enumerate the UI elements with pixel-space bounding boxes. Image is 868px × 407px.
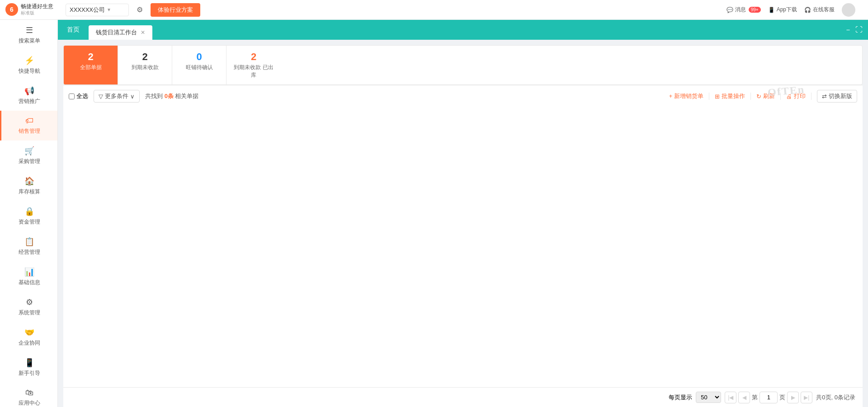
app-download-action[interactable]: 📱 App下载 [768,6,797,14]
base-info-icon: 📊 [24,267,34,277]
sidebar-item-purchase[interactable]: 🛒 采购管理 [0,140,57,171]
message-action[interactable]: 💬 消息 99+ [726,6,761,14]
stats-tabs: 2 全部单据 2 到期未收款 0 旺铺待确认 2 到期未收款 已出库 [63,45,863,85]
logo-area: 6 畅捷通好生意 标准版 [5,3,62,16]
inventory-icon: 🏠 [24,176,34,186]
found-count: 0条 [165,93,174,99]
tab-home[interactable]: 首页 [58,20,89,40]
toolbar-left: 全选 ▽ 更多条件 ∨ 共找到 0条 相关单据 [69,90,664,103]
settings-button[interactable]: ⚙ [132,3,147,17]
stats-tab-overdue[interactable]: 2 到期未收款 [118,46,172,84]
sales-icon: 🏷 [25,116,33,126]
sidebar-label-operations: 经营管理 [19,248,40,256]
sidebar-label-sales: 销售管理 [19,127,40,135]
tab-expand-button[interactable]: ⛶ [855,26,863,34]
more-filter-button[interactable]: ▽ 更多条件 ∨ [94,90,140,103]
stats-label-overdue: 到期未收款 [125,64,165,71]
select-all-label: 全选 [76,92,88,100]
batch-operation-button[interactable]: ⊞ 批量操作 [715,92,745,100]
switch-new-version-button[interactable]: ⇄ 切换新版 [817,90,857,103]
sidebar-item-app-center[interactable]: 🛍 应用中心 [0,383,57,407]
select-all-input[interactable] [69,94,75,99]
logo-text-area: 畅捷通好生意 标准版 [21,3,53,16]
page-prev-button[interactable]: ◀ [738,392,750,403]
sidebar-label-quick-nav: 快捷导航 [19,67,40,75]
table-area [63,107,863,387]
add-sales-order-button[interactable]: + 新增销货单 [669,92,703,100]
marketing-icon: 📢 [24,86,34,96]
sidebar-label-inventory: 库存核算 [19,188,40,196]
page-first-button[interactable]: |◀ [725,392,736,403]
headset-icon: 🎧 [804,7,811,13]
page-next-button[interactable]: ▶ [787,392,799,403]
main-layout: ☰ 搜索菜单 ⚡ 快捷导航 📢 营销推广 🏷 销售管理 🛒 采购管理 🏠 库存核… [0,20,868,407]
stats-count-shipped: 2 [234,51,274,63]
stats-tab-wangpu[interactable]: 0 旺铺待确认 [172,46,226,84]
sidebar-item-inventory[interactable]: 🏠 库存核算 [0,171,57,201]
avatar[interactable] [842,3,855,17]
system-icon: ⚙ [26,297,33,307]
stats-label-wangpu: 旺铺待确认 [179,64,219,71]
sidebar-label-marketing: 营销推广 [19,98,40,105]
stats-tab-all[interactable]: 2 全部单据 [64,46,118,84]
company-arrow-icon: ▼ [107,7,111,12]
more-filter-label: 更多条件 [105,92,128,100]
tab-close-icon[interactable]: ✕ [141,29,145,36]
stats-count-wangpu: 0 [179,51,219,63]
company-selector[interactable]: XXXXXX公司 ▼ [66,4,129,16]
sidebar-item-base-info[interactable]: 📊 基础信息 [0,262,57,292]
toolbar-divider-4 [811,93,811,100]
tab-bar: 首页 钱货日清工作台 ✕ － ⛶ [58,20,868,40]
switch-icon: ⇄ [822,93,827,100]
message-badge: 99+ [749,7,761,13]
quick-nav-icon: ⚡ [24,56,34,65]
experience-button[interactable]: 体验行业方案 [151,3,200,17]
page-label: 第 [752,393,758,402]
sidebar-item-quick-nav[interactable]: ⚡ 快捷导航 [0,50,57,80]
stats-label-shipped: 到期未收款 已出库 [234,64,274,79]
purchase-icon: 🛒 [24,146,34,156]
logo-badge: 标准版 [21,10,53,16]
page-label-end: 页 [779,393,785,402]
sidebar-label-system: 系统管理 [19,309,40,317]
message-icon: 💬 [726,7,733,13]
sidebar-item-finance[interactable]: 🔒 资金管理 [0,201,57,231]
phone-icon: 📱 [768,7,775,13]
per-page-select[interactable]: 50 100 200 [696,392,721,403]
page-last-button[interactable]: ▶| [801,392,812,403]
sidebar-item-system[interactable]: ⚙ 系统管理 [0,292,57,322]
stats-tab-shipped[interactable]: 2 到期未收款 已出库 [226,46,281,84]
stats-count-overdue: 2 [125,51,165,63]
toolbar-right: + 新增销货单 ⊞ 批量操作 ↻ 刷新 🖨 打印 [669,90,857,103]
sidebar-item-sales[interactable]: 🏷 销售管理 [0,111,57,140]
toolbar-divider-1 [709,93,709,100]
refresh-button[interactable]: ↻ 刷新 [756,92,775,100]
company-name: XXXXXX公司 [70,6,105,14]
page-input[interactable] [760,392,778,403]
sidebar-item-marketing[interactable]: 📢 营销推广 [0,80,57,111]
cooperation-icon: 🤝 [24,327,34,337]
sidebar-label-search-menu: 搜索菜单 [19,37,40,45]
filter-icon: ▽ [99,93,103,100]
toolbar-divider-2 [750,93,751,100]
tab-minimize-button[interactable]: － [844,25,852,35]
sidebar-item-search-menu[interactable]: ☰ 搜索菜单 [0,20,57,50]
sidebar-label-guide: 新手引导 [19,370,40,377]
found-text: 共找到 0条 相关单据 [145,92,198,100]
select-all-checkbox[interactable]: 全选 [69,92,88,100]
stats-count-all: 2 [71,51,110,63]
content-main: 2 全部单据 2 到期未收款 0 旺铺待确认 2 到期未收款 已出库 [58,40,868,407]
refresh-icon: ↻ [756,93,761,100]
sidebar-item-cooperation[interactable]: 🤝 企业协同 [0,322,57,352]
batch-icon: ⊞ [715,93,720,100]
sidebar-item-operations[interactable]: 📋 经营管理 [0,231,57,262]
online-service-action[interactable]: 🎧 在线客服 [804,6,835,14]
tab-active[interactable]: 钱货日清工作台 ✕ [89,25,152,40]
filter-arrow-icon: ∨ [130,93,135,100]
sidebar-item-guide[interactable]: 📱 新手引导 [0,352,57,383]
search-menu-icon: ☰ [26,25,33,35]
per-page-label: 每页显示 [669,393,692,402]
app-center-icon: 🛍 [25,388,33,398]
print-icon: 🖨 [786,93,792,100]
print-button[interactable]: 🖨 打印 [786,92,806,100]
